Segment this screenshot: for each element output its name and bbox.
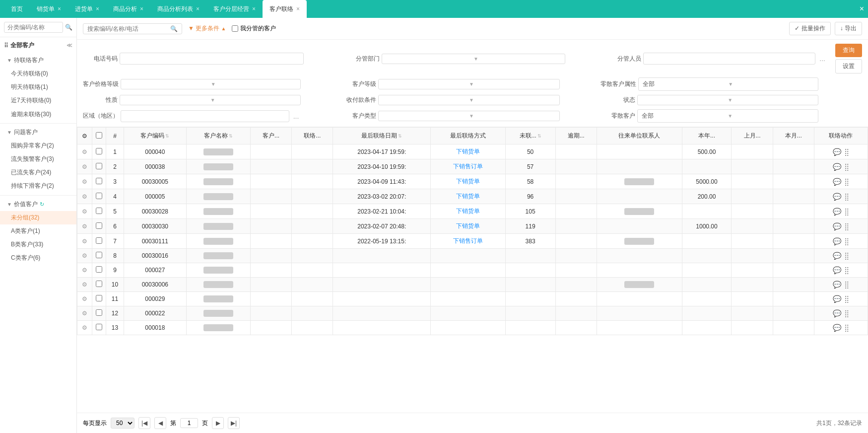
sidebar-problem-header[interactable]: ▼ 问题客户 bbox=[0, 126, 76, 139]
page-input[interactable] bbox=[180, 418, 198, 428]
chat-icon[interactable]: 💬 bbox=[833, 309, 841, 317]
chat-icon[interactable]: 💬 bbox=[833, 148, 841, 156]
region-input[interactable] bbox=[121, 110, 289, 122]
more-action-icon[interactable]: ⣿ bbox=[844, 163, 849, 171]
cell-last-method[interactable]: 下销货单 bbox=[431, 174, 506, 189]
cell-check[interactable] bbox=[92, 144, 106, 159]
my-customers-check[interactable] bbox=[232, 25, 238, 32]
tab-close-product-analysis[interactable]: × bbox=[140, 5, 143, 12]
cell-check[interactable] bbox=[92, 219, 106, 234]
reset-button[interactable]: 设置 bbox=[835, 59, 862, 73]
chat-icon[interactable]: 💬 bbox=[833, 295, 841, 303]
chat-icon[interactable]: 💬 bbox=[833, 208, 841, 216]
tab-home[interactable]: 首页 bbox=[4, 0, 30, 18]
nature-select[interactable]: ▼ bbox=[120, 95, 301, 105]
cell-gear[interactable]: ⚙ bbox=[77, 159, 92, 174]
query-button[interactable]: 查询 bbox=[835, 44, 862, 57]
cell-gear[interactable]: ⚙ bbox=[77, 189, 92, 204]
cell-gear[interactable]: ⚙ bbox=[77, 219, 92, 234]
cell-last-method[interactable] bbox=[431, 321, 506, 335]
chat-icon[interactable]: 💬 bbox=[833, 324, 841, 332]
cell-check[interactable] bbox=[92, 306, 106, 321]
filter-search-input[interactable] bbox=[87, 25, 170, 32]
tab-close-product-analysis-list[interactable]: × bbox=[196, 5, 200, 12]
select-all-checkbox[interactable] bbox=[96, 132, 102, 139]
th-code[interactable]: 客户编码⇅ bbox=[124, 128, 187, 144]
th-gear[interactable]: ⚙ bbox=[77, 128, 92, 144]
manager-input[interactable] bbox=[643, 53, 815, 65]
region-more-icon[interactable]: ... bbox=[291, 112, 301, 120]
cell-gear[interactable]: ⚙ bbox=[77, 144, 92, 159]
chat-icon[interactable]: 💬 bbox=[833, 237, 841, 245]
th-customer-type[interactable]: 客户... bbox=[250, 128, 291, 144]
cell-last-method[interactable]: 下销货单 bbox=[431, 144, 506, 159]
more-action-icon[interactable]: ⣿ bbox=[844, 222, 849, 230]
more-action-icon[interactable]: ⣿ bbox=[844, 324, 849, 332]
cell-gear[interactable]: ⚙ bbox=[77, 278, 92, 292]
sidebar-item-tomorrow[interactable]: 明天待联络(1) bbox=[0, 80, 76, 94]
batch-operations-button[interactable]: ✓ 批量操作 bbox=[789, 22, 830, 35]
cell-check[interactable] bbox=[92, 204, 106, 219]
more-action-icon[interactable]: ⣿ bbox=[844, 208, 849, 216]
cell-last-method[interactable] bbox=[431, 249, 506, 263]
chat-icon[interactable]: 💬 bbox=[833, 266, 841, 274]
more-action-icon[interactable]: ⣿ bbox=[844, 148, 849, 156]
sidebar-item-abnormal[interactable]: 囤购异常客户(2) bbox=[0, 139, 76, 152]
zero-retail-select[interactable]: 全部 ▼ bbox=[637, 109, 818, 123]
cell-check[interactable] bbox=[92, 278, 106, 292]
cell-last-method[interactable] bbox=[431, 263, 506, 278]
next-page-button[interactable]: ▶ bbox=[212, 417, 224, 429]
price-level-select[interactable]: ▼ bbox=[121, 79, 301, 89]
tab-product-analysis-list[interactable]: 商品分析列表 × bbox=[150, 0, 206, 18]
tab-close-purchase-order[interactable]: × bbox=[96, 5, 99, 12]
cell-gear[interactable]: ⚙ bbox=[77, 204, 92, 219]
phone-input[interactable] bbox=[120, 53, 304, 65]
more-action-icon[interactable]: ⣿ bbox=[844, 193, 849, 201]
dept-select[interactable]: ▼ bbox=[382, 54, 566, 64]
sidebar-search-input[interactable] bbox=[4, 22, 63, 33]
zero-retail-attr-select[interactable]: 全部 ▼ bbox=[638, 77, 818, 91]
cell-gear[interactable]: ⚙ bbox=[77, 174, 92, 189]
tab-purchase-order[interactable]: 进货单 × bbox=[68, 0, 106, 18]
th-overdue[interactable]: 逾期... bbox=[555, 128, 597, 144]
more-action-icon[interactable]: ⣿ bbox=[844, 295, 849, 303]
th-contact[interactable]: 联络... bbox=[292, 128, 333, 144]
cell-last-method[interactable] bbox=[431, 292, 506, 306]
th-last-date[interactable]: 最后联络日期⇅ bbox=[333, 128, 431, 144]
sidebar-pending-header[interactable]: ▼ 待联络客户 bbox=[0, 54, 76, 67]
sidebar-item-today[interactable]: 今天待联络(0) bbox=[0, 67, 76, 80]
cell-gear[interactable]: ⚙ bbox=[77, 234, 92, 249]
tab-close-customer-contact[interactable]: × bbox=[296, 5, 300, 12]
more-action-icon[interactable]: ⣿ bbox=[844, 281, 849, 289]
cell-gear[interactable]: ⚙ bbox=[77, 263, 92, 278]
my-customers-checkbox[interactable]: 我分管的客户 bbox=[232, 24, 276, 33]
cell-last-method[interactable]: 下销货单 bbox=[431, 204, 506, 219]
more-action-icon[interactable]: ⣿ bbox=[844, 252, 849, 260]
more-action-icon[interactable]: ⣿ bbox=[844, 309, 849, 317]
prev-page-button[interactable]: ◀ bbox=[154, 417, 166, 429]
sidebar-item-decline[interactable]: 持续下滑客户(2) bbox=[0, 179, 76, 193]
th-check[interactable] bbox=[92, 128, 106, 144]
chat-icon[interactable]: 💬 bbox=[833, 222, 841, 230]
chat-icon[interactable]: 💬 bbox=[833, 163, 841, 171]
sidebar-item-c-class[interactable]: C类客户(6) bbox=[0, 251, 76, 265]
cell-gear[interactable]: ⚙ bbox=[77, 292, 92, 306]
sidebar-item-near7days[interactable]: 近7天待联络(0) bbox=[0, 94, 76, 107]
customer-level-select[interactable]: ▼ bbox=[378, 79, 559, 89]
sidebar-item-a-class[interactable]: A类客户(1) bbox=[0, 224, 76, 238]
cell-last-method[interactable]: 下销售订单 bbox=[431, 234, 506, 249]
sidebar-search-icon[interactable]: 🔍 bbox=[65, 24, 72, 31]
chat-icon[interactable]: 💬 bbox=[833, 281, 841, 289]
th-not-contact[interactable]: 未联...⇅ bbox=[505, 128, 555, 144]
tab-close-customer-segmentation[interactable]: × bbox=[252, 5, 256, 12]
tab-product-analysis[interactable]: 商品分析 × bbox=[106, 0, 150, 18]
cell-last-method[interactable]: 下销货单 bbox=[431, 219, 506, 234]
payment-select[interactable]: ▼ bbox=[378, 95, 559, 105]
chat-icon[interactable]: 💬 bbox=[833, 252, 841, 260]
page-size-select[interactable]: 50 bbox=[111, 418, 134, 429]
cell-check[interactable] bbox=[92, 174, 106, 189]
filter-more-conditions[interactable]: ▼ 更多条件 ▲ bbox=[188, 24, 226, 33]
more-action-icon[interactable]: ⣿ bbox=[844, 237, 849, 245]
sidebar-item-loss-warning[interactable]: 流失预警客户(3) bbox=[0, 152, 76, 166]
refresh-icon[interactable]: ↻ bbox=[40, 201, 44, 208]
